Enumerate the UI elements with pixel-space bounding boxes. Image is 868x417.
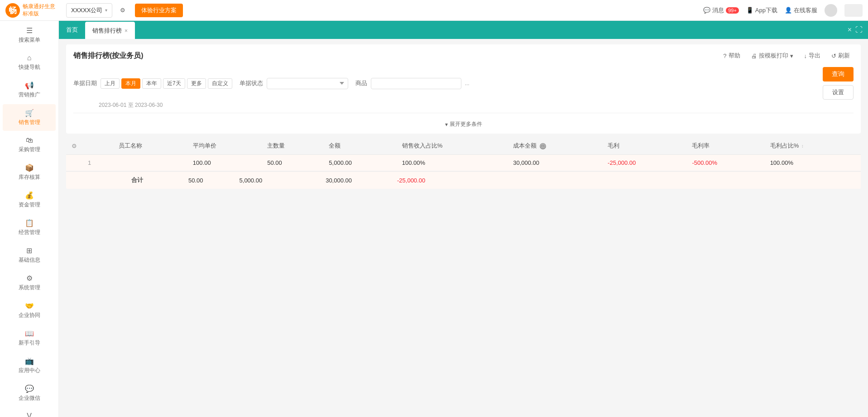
chevron-down-icon: ▾ — [105, 8, 107, 13]
sidebar-icon-10: 🤝 — [25, 302, 34, 310]
filter-row-1: 单据日期 上月 本月 本年 近7天 更多 自定义 — [73, 67, 854, 100]
sidebar-item-14[interactable]: V畅会员 — [3, 407, 56, 417]
expand-conditions-button[interactable]: ▾ 展开更多条件 — [445, 120, 482, 128]
goods-more-link[interactable]: ... — [465, 80, 470, 86]
sidebar-label-12: 应用中心 — [19, 367, 40, 374]
company-name: XXXXX公司 — [71, 6, 102, 14]
app-download-button[interactable]: 📱 App下载 — [746, 6, 777, 14]
tab-home[interactable]: 首页 — [59, 21, 85, 39]
avatar[interactable] — [825, 4, 837, 17]
row-rank-0: 1 — [82, 155, 113, 171]
col-gross-header: 毛利 — [602, 137, 686, 155]
sidebar-label-7: 经营管理 — [19, 229, 40, 236]
sidebar-item-8[interactable]: ⊞基础信息 — [3, 242, 56, 268]
sidebar-icon-1: ⌂ — [27, 54, 32, 62]
table-header-row: ⚙ 员工名称 平均单价 主数量 全额 销售收入占比% 成本全额 ⓘ — [66, 137, 861, 155]
logo-text: 畅康通好生意 标准版 — [23, 3, 55, 17]
tab-close-icon[interactable]: × — [125, 28, 128, 34]
row-avg-price-0: 100.00 — [187, 155, 262, 171]
sidebar-item-11[interactable]: 📖新手引导 — [3, 325, 56, 351]
data-table: ⚙ 员工名称 平均单价 主数量 全额 销售收入占比% 成本全额 ⓘ — [66, 137, 861, 171]
online-service-button[interactable]: 👤 在线客服 — [785, 6, 817, 14]
company-selector[interactable]: XXXXX公司 ▾ — [66, 3, 112, 18]
sidebar-icon-13: 💬 — [25, 384, 34, 393]
col-gross-pct-header: 毛利占比% ↕ — [765, 137, 861, 155]
sidebar-label-13: 企业微信 — [19, 394, 40, 402]
date-btn-7days[interactable]: 近7天 — [163, 78, 185, 89]
help-button[interactable]: ? 帮助 — [719, 50, 743, 62]
trial-button[interactable]: 体验行业方案 — [135, 4, 183, 17]
sidebar-icon-14: V — [27, 412, 32, 417]
sidebar-item-1[interactable]: ⌂快捷导航 — [3, 49, 56, 76]
sidebar-item-13[interactable]: 💬企业微信 — [3, 380, 56, 407]
date-btn-this-month[interactable]: 本月 — [121, 78, 140, 89]
content-area: 首页 销售排行榜 × × ⛶ 销售排行榜(按业务员) — [59, 21, 868, 417]
sidebar-item-7[interactable]: 📋经营管理 — [3, 214, 56, 241]
refresh-icon: ↺ — [831, 53, 836, 59]
topbar-settings-icon[interactable]: ⚙ — [116, 4, 129, 17]
logo-area: 畅 畅康通好生意 标准版 — [5, 3, 64, 18]
col-name-header: 员工名称 — [113, 137, 187, 155]
top-bar: 畅 畅康通好生意 标准版 XXXXX公司 ▾ ⚙ 体验行业方案 💬 消息 99+… — [0, 0, 868, 21]
tab-close-window-icon[interactable]: × — [848, 26, 852, 34]
date-btn-last-month[interactable]: 上月 — [101, 78, 120, 89]
message-button[interactable]: 💬 消息 99+ — [703, 6, 739, 14]
setup-button[interactable]: 设置 — [823, 85, 854, 100]
sidebar-icon-11: 📖 — [25, 329, 34, 338]
col-gross-rate-header: 毛利率 — [686, 137, 764, 155]
template-print-button[interactable]: 🖨 按模板打印 ▾ — [748, 50, 797, 62]
sidebar-icon-12: 📺 — [25, 357, 34, 365]
tab-right-actions: × ⛶ — [848, 26, 868, 34]
sidebar-item-5[interactable]: 📦库存核算 — [3, 159, 56, 186]
refresh-button[interactable]: ↺ 刷新 — [828, 50, 854, 62]
sidebar-icon-7: 📋 — [25, 219, 34, 227]
row-settings-0[interactable] — [66, 155, 82, 171]
sidebar-item-3[interactable]: 🛒销售管理 — [3, 104, 56, 131]
date-btn-more[interactable]: 更多 — [187, 78, 206, 89]
col-settings-header[interactable]: ⚙ — [66, 137, 82, 155]
date-btn-this-year[interactable]: 本年 — [142, 78, 161, 89]
footer-cost: 30,000.00 — [326, 177, 352, 184]
sidebar-item-12[interactable]: 📺应用中心 — [3, 352, 56, 379]
goods-input[interactable] — [371, 78, 461, 89]
tab-maximize-icon[interactable]: ⛶ — [855, 26, 863, 34]
col-avg-price-header: 平均单价 — [187, 137, 262, 155]
page-title: 销售排行榜(按业务员) — [73, 51, 144, 61]
date-btn-custom[interactable]: 自定义 — [208, 78, 232, 89]
sidebar-label-3: 销售管理 — [19, 119, 40, 126]
sidebar-label-1: 快捷导航 — [19, 63, 40, 71]
print-dropdown-icon: ▾ — [790, 53, 793, 59]
sidebar-item-0[interactable]: ☰搜索菜单 — [3, 22, 56, 48]
sidebar-icon-2: 📢 — [25, 81, 34, 90]
page-header-section: 销售排行榜(按业务员) ? 帮助 🖨 按模板打印 ▾ — [66, 44, 861, 134]
sidebar-item-10[interactable]: 🤝企业协同 — [3, 297, 56, 324]
date-buttons: 上月 本月 本年 近7天 更多 自定义 — [101, 78, 232, 89]
cost-info-icon[interactable]: ⓘ — [540, 143, 546, 149]
table-section: ⚙ 员工名称 平均单价 主数量 全额 销售收入占比% 成本全额 ⓘ — [66, 137, 861, 189]
sidebar-item-4[interactable]: 🛍采购管理 — [3, 132, 56, 158]
goods-filter-label: 商品 — [355, 79, 367, 87]
main-area: ☰搜索菜单⌂快捷导航📢营销推广🛒销售管理🛍采购管理📦库存核算💰资金管理📋经营管理… — [0, 21, 868, 417]
sidebar-label-11: 新手引导 — [19, 339, 40, 347]
sidebar-item-6[interactable]: 💰资金管理 — [3, 187, 56, 213]
sidebar-item-2[interactable]: 📢营销推广 — [3, 77, 56, 103]
col-cost-header: 成本全额 ⓘ — [508, 137, 602, 155]
status-filter-label: 单据状态 — [240, 79, 263, 87]
status-select[interactable] — [267, 78, 348, 89]
sidebar-icon-5: 📦 — [25, 163, 34, 172]
sidebar-icon-9: ⚙ — [26, 274, 33, 283]
table-row: 1 100.00 50.00 5,000.00 100.00% 30,000.0… — [66, 155, 861, 171]
row-quantity-0: 50.00 — [262, 155, 323, 171]
date-range-text: 2023-06-01 至 2023-06-30 — [99, 102, 163, 108]
row-total-0: 5,000.00 — [323, 155, 396, 171]
footer-label: 合计 — [131, 176, 143, 184]
export-button[interactable]: ↓ 导出 — [801, 50, 825, 62]
page-content: 销售排行榜(按业务员) ? 帮助 🖨 按模板打印 ▾ — [59, 39, 868, 417]
tab-sales-ranking[interactable]: 销售排行榜 × — [85, 22, 135, 40]
print-icon: 🖨 — [751, 53, 757, 59]
query-button[interactable]: 查询 — [823, 67, 854, 81]
gross-pct-sort-icon[interactable]: ↕ — [801, 144, 804, 149]
date-filter-label: 单据日期 — [73, 79, 97, 87]
filter-area: 单据日期 上月 本月 本年 近7天 更多 自定义 — [66, 62, 861, 134]
sidebar-item-9[interactable]: ⚙系统管理 — [3, 269, 56, 296]
